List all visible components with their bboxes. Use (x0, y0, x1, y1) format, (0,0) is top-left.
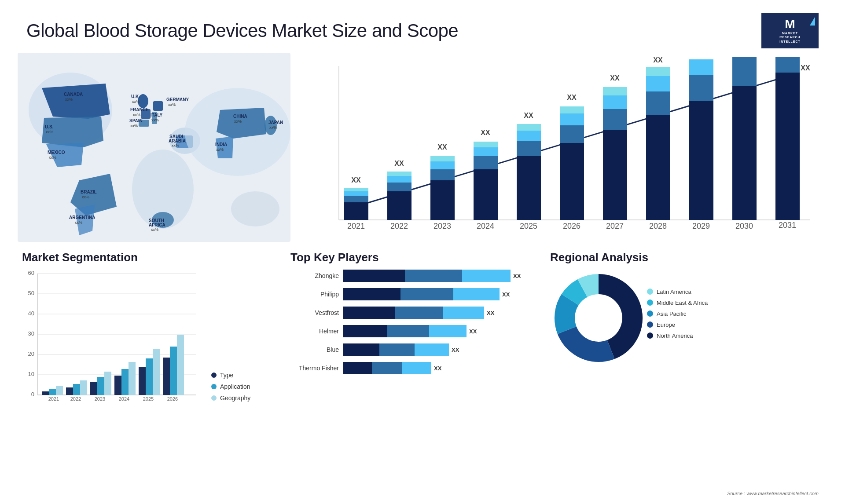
world-map-svg: CANADA xx% U.S. xx% MEXICO xx% BRAZIL xx… (18, 53, 290, 242)
legend-europe: Europe (647, 321, 708, 328)
player-name-blue: Blue (290, 346, 339, 353)
segmentation-section: Market Segmentation 0 10 20 30 40 50 60 (22, 251, 277, 497)
svg-rect-107 (775, 73, 800, 220)
legend-asia-pacific: Asia Pacific (647, 310, 708, 317)
legend-latin-america: Latin America (647, 289, 708, 295)
page-title: Global Blood Storage Devices Market Size… (26, 20, 458, 41)
svg-text:ITALY: ITALY (151, 113, 163, 117)
svg-rect-104 (732, 57, 757, 86)
svg-text:xx%: xx% (65, 97, 73, 102)
svg-rect-64 (430, 161, 455, 169)
svg-text:U.S.: U.S. (45, 124, 54, 129)
player-bar-zhongke: XX (343, 270, 537, 282)
svg-text:20: 20 (28, 351, 34, 357)
svg-rect-71 (474, 142, 498, 147)
svg-rect-140 (114, 376, 121, 395)
svg-text:xx%: xx% (75, 220, 82, 225)
svg-rect-150 (177, 335, 184, 395)
svg-rect-93 (646, 91, 670, 115)
svg-rect-75 (517, 141, 541, 156)
svg-text:SPAIN: SPAIN (129, 118, 143, 123)
svg-rect-51 (344, 196, 368, 202)
player-bar-thermo-fisher: XX (343, 362, 537, 374)
legend-middle-east-africa: Middle East & Africa (647, 299, 708, 306)
svg-rect-133 (73, 384, 80, 395)
latin-america-dot (647, 289, 653, 295)
svg-text:xx%: xx% (82, 195, 89, 199)
player-row-helmer: Helmer XX (290, 325, 537, 337)
svg-text:2028: 2028 (649, 222, 667, 230)
svg-rect-100 (689, 59, 713, 75)
regional-legend: Latin America Middle East & Africa Asia … (647, 289, 708, 339)
svg-text:50: 50 (28, 290, 34, 296)
svg-text:GERMANY: GERMANY (166, 97, 189, 102)
player-row-vestfrost: Vestfrost XX (290, 307, 537, 319)
source-text: Source : www.marketresearchintellect.com (727, 491, 819, 496)
svg-text:xx%: xx% (234, 119, 242, 124)
svg-text:JAPAN: JAPAN (268, 120, 283, 125)
svg-text:2030: 2030 (735, 222, 753, 230)
svg-rect-145 (146, 358, 153, 395)
page-header: Global Blood Storage Devices Market Size… (0, 0, 845, 53)
svg-text:2027: 2027 (606, 222, 624, 230)
player-xx-blue: XX (452, 347, 459, 353)
legend-item-application: Application (211, 383, 250, 390)
svg-rect-138 (104, 372, 111, 395)
player-name-philipp: Philipp (290, 291, 339, 298)
svg-text:INDIA: INDIA (215, 142, 227, 147)
asia-pacific-dot (647, 310, 653, 317)
svg-text:2025: 2025 (143, 396, 154, 402)
svg-rect-149 (170, 347, 177, 395)
svg-text:xx%: xx% (172, 143, 179, 148)
svg-rect-141 (121, 369, 129, 395)
logo-letter: M (785, 18, 795, 30)
player-bar-blue: XX (343, 343, 537, 356)
legend-label-europe: Europe (657, 321, 675, 328)
legend-item-geography: Geography (211, 394, 250, 402)
svg-rect-5 (153, 101, 163, 111)
svg-rect-132 (66, 387, 73, 395)
svg-rect-130 (56, 386, 63, 395)
svg-text:xx%: xx% (46, 130, 53, 134)
svg-rect-56 (387, 191, 411, 220)
player-xx-helmer: XX (469, 328, 477, 335)
legend-label-middle-east-africa: Middle East & Africa (657, 299, 708, 306)
logo-line3: INTELLECT (779, 40, 801, 43)
svg-text:2031: 2031 (779, 221, 796, 230)
svg-rect-88 (603, 95, 627, 109)
svg-text:2021: 2021 (347, 222, 365, 230)
player-bar-helmer: XX (343, 325, 537, 337)
type-dot (211, 373, 217, 378)
logo-line2: RESEARCH (779, 36, 800, 39)
svg-text:2022: 2022 (390, 222, 408, 230)
svg-text:2026: 2026 (563, 222, 580, 230)
player-xx-vestfrost: XX (487, 310, 494, 316)
legend-label-application: Application (220, 383, 250, 390)
svg-text:40: 40 (28, 310, 34, 317)
svg-text:2024: 2024 (477, 222, 494, 230)
legend-label-latin-america: Latin America (657, 289, 691, 295)
player-xx-thermo-fisher: XX (434, 365, 441, 372)
application-dot (211, 384, 217, 389)
geography-dot (211, 395, 217, 401)
svg-text:2029: 2029 (692, 222, 710, 230)
svg-rect-65 (430, 156, 455, 161)
svg-rect-82 (560, 113, 584, 125)
players-title: Top Key Players (290, 251, 537, 264)
svg-text:xx%: xx% (49, 155, 56, 160)
svg-rect-50 (344, 202, 368, 220)
svg-text:XX: XX (437, 143, 447, 151)
svg-point-157 (575, 295, 622, 341)
svg-rect-99 (689, 75, 713, 101)
player-bars-list: Zhongke XX Philipp (290, 270, 537, 374)
svg-text:2021: 2021 (48, 396, 59, 402)
svg-text:U.K.: U.K. (131, 94, 140, 99)
regional-content: Latin America Middle East & Africa Asia … (550, 270, 823, 358)
svg-text:2024: 2024 (119, 396, 129, 402)
svg-rect-98 (689, 101, 713, 220)
svg-text:xx%: xx% (151, 118, 159, 122)
legend-item-type: Type (211, 372, 250, 379)
svg-text:2025: 2025 (520, 222, 537, 230)
svg-rect-108 (775, 57, 800, 73)
svg-text:XX: XX (653, 57, 663, 64)
